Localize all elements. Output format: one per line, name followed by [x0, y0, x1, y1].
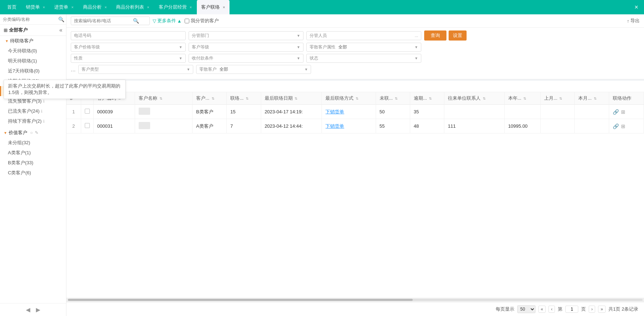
col-type-label: 客户...: [196, 95, 209, 101]
nav-tab-customer-tier-close[interactable]: ×: [190, 5, 192, 9]
sidebar-item-ungroup[interactable]: 未分组(32): [0, 138, 66, 148]
close-all-button[interactable]: ×: [631, 4, 641, 11]
sidebar-item-c-class[interactable]: C类客户(6): [0, 168, 66, 178]
query-button[interactable]: 查询: [424, 30, 446, 41]
row1-action-icons: 🔗 ⊞: [613, 109, 640, 115]
next-page-button[interactable]: ›: [589, 306, 595, 313]
filter-row-1: 电话号码 分管部门 ▼ 分管人员 ... 查询 设置: [71, 30, 640, 41]
sidebar-item-a-class[interactable]: A类客户(1): [0, 148, 66, 158]
filter-payment[interactable]: 收付款条件 ▼: [189, 54, 304, 63]
sidebar-value-edit-icon[interactable]: ○: [30, 130, 33, 135]
nav-tab-purchase[interactable]: 进货单 ×: [50, 0, 78, 14]
filter-scatter-cust[interactable]: 零散客户 全部 ▼: [196, 65, 311, 74]
row1-grid-icon[interactable]: ⊞: [621, 109, 625, 115]
nav-tab-sales-close[interactable]: ×: [43, 5, 45, 9]
filter-search-icon[interactable]: 🔍: [133, 18, 139, 24]
my-customers-checkbox[interactable]: [185, 19, 189, 23]
filter-cust-type-label: 客户类型: [82, 66, 99, 72]
sidebar-item-declining[interactable]: 持续下滑客户(2) ℹ: [0, 116, 66, 126]
sidebar-search-input[interactable]: [3, 17, 57, 22]
sidebar-item-7days[interactable]: 近7天待联络(0): [0, 66, 66, 76]
row2-link-icon[interactable]: 🔗: [613, 123, 619, 129]
row1-last-method-link[interactable]: 下销货单: [325, 109, 344, 114]
nav-tab-analysis[interactable]: 商品分析 ×: [79, 0, 111, 14]
filter-phone[interactable]: 电话号码: [71, 31, 186, 40]
filter-customer-tier[interactable]: 客户等级 ▼: [189, 43, 304, 52]
row2-this-year: 10995.00: [504, 119, 540, 133]
col-contact2[interactable]: 往来单位联系人 ⇅: [444, 92, 505, 105]
filter-scatter-attr[interactable]: 零散客户属性 全部 ▼: [306, 43, 421, 52]
sidebar-prev-btn[interactable]: ◀: [24, 305, 32, 315]
row1-type: B类客户: [193, 105, 227, 119]
sidebar-value-header[interactable]: ▼ 价值客户 ○ ✎: [0, 128, 66, 138]
filter-row-2: 客户价格等级 ▼ 客户等级 ▼ 零散客户属性 全部 ▼: [71, 43, 640, 52]
my-customers-checkbox-label[interactable]: 我分管的客户: [185, 18, 219, 24]
filter-nature-label: 性质: [74, 55, 83, 61]
prev-page-button[interactable]: ‹: [548, 306, 555, 313]
filter-cust-type[interactable]: 客户类型 ▼: [78, 65, 193, 74]
filter-search-input[interactable]: [74, 18, 131, 23]
nav-tab-home-label: 首页: [7, 4, 17, 10]
last-page-button[interactable]: »: [598, 306, 606, 313]
scrollbar-thumb[interactable]: [68, 299, 413, 301]
filter-ellipsis[interactable]: ...: [71, 66, 75, 73]
filter-scatter-attr-value: 全部: [338, 44, 347, 50]
sidebar-item-today[interactable]: 今天待联络(0): [0, 46, 66, 56]
row1-checkbox[interactable]: [85, 109, 90, 114]
col-last-date[interactable]: 最后联络日期 ⇅: [261, 92, 322, 105]
nav-tab-customer-contact-close[interactable]: ×: [223, 5, 225, 9]
nav-tab-analysis-close[interactable]: ×: [105, 5, 107, 9]
sidebar-item-b-class[interactable]: B类客户(33): [0, 158, 66, 168]
nav-tab-home[interactable]: 首页: [3, 0, 21, 14]
table-header-row: # 客户编码 ⇅ 客户名称 ⇅ 客户... ⇅: [66, 92, 644, 105]
filter-price-tier-label: 客户价格等级: [74, 44, 100, 50]
row1-uncontacted: 50: [376, 105, 410, 119]
page-number-input[interactable]: [565, 306, 578, 313]
nav-tab-purchase-close[interactable]: ×: [71, 5, 73, 9]
export-button[interactable]: ↑ 导出: [627, 18, 640, 24]
col-type[interactable]: 客户... ⇅: [193, 92, 227, 105]
row2-grid-icon[interactable]: ⊞: [621, 123, 625, 129]
sidebar-item-tomorrow[interactable]: 明天待联络(1): [0, 56, 66, 66]
nav-tab-analysis-list-close[interactable]: ×: [147, 5, 149, 9]
row1-link-icon[interactable]: 🔗: [613, 109, 619, 115]
top-nav: 首页 销货单 × 进货单 × 商品分析 × 商品分析列表 × 客户分层经营 × …: [0, 0, 644, 14]
nav-tab-sales[interactable]: 销货单 ×: [22, 0, 49, 14]
filter-price-tier[interactable]: 客户价格等级 ▼: [71, 43, 186, 52]
sidebar-search-icon[interactable]: 🔍: [58, 16, 64, 22]
filter-manager[interactable]: 分管人员 ...: [306, 31, 421, 40]
filter-row-4: ... 客户类型 ▼ 零散客户 全部 ▼: [71, 65, 640, 74]
horizontal-scrollbar[interactable]: [66, 298, 644, 302]
sidebar-next-btn[interactable]: ▶: [34, 305, 42, 315]
row2-checkbox[interactable]: [85, 123, 90, 128]
nav-tab-customer-contact[interactable]: 客户联络 ×: [197, 0, 229, 14]
col-overdue[interactable]: 逾期... ⇅: [410, 92, 444, 105]
more-filters-button[interactable]: ▽ 更多条件 ▲: [153, 18, 182, 24]
col-this-month[interactable]: 本月... ⇅: [575, 92, 609, 105]
sidebar-search-bar: 🔍: [0, 14, 66, 25]
sidebar-item-churned[interactable]: 已流失客户(24) ℹ: [0, 106, 66, 116]
row2-checkbox-cell: [81, 119, 93, 133]
row2-last-method-link[interactable]: 下销货单: [325, 123, 344, 129]
sidebar-item-today-label: 今天待联络(0): [8, 48, 37, 54]
sidebar-pending-header[interactable]: ▼ 待联络客户: [0, 36, 66, 46]
col-last-month[interactable]: 上月... ⇅: [540, 92, 574, 105]
col-contact-count[interactable]: 联络... ⇅: [227, 92, 261, 105]
filter-dept[interactable]: 分管部门 ▼: [189, 31, 304, 40]
filter-nature[interactable]: 性质 ▼: [71, 54, 186, 63]
nav-tab-analysis-list[interactable]: 商品分析列表 ×: [112, 0, 153, 14]
settings-button[interactable]: 设置: [449, 30, 467, 41]
sidebar-collapse-icon[interactable]: «: [59, 27, 62, 33]
first-page-button[interactable]: «: [538, 306, 546, 313]
nav-tab-customer-tier[interactable]: 客户分层经营 ×: [154, 0, 196, 14]
col-uncontacted[interactable]: 未联... ⇅: [376, 92, 410, 105]
page-end-label: 页: [581, 306, 586, 312]
col-name[interactable]: 客户名称 ⇅: [135, 92, 193, 105]
sidebar-bottom: ◀ ▶: [0, 303, 66, 316]
col-last-method[interactable]: 最后联络方式 ⇅: [322, 92, 376, 105]
col-this-year[interactable]: 本年... ⇅: [504, 92, 540, 105]
per-page-select[interactable]: 50 20 100: [517, 305, 536, 313]
sidebar-value-edit2-icon[interactable]: ✎: [35, 130, 38, 135]
sidebar-all-customers-header[interactable]: ⊞ 全部客户 «: [0, 25, 66, 36]
filter-status[interactable]: 状态 ▼: [306, 54, 421, 63]
